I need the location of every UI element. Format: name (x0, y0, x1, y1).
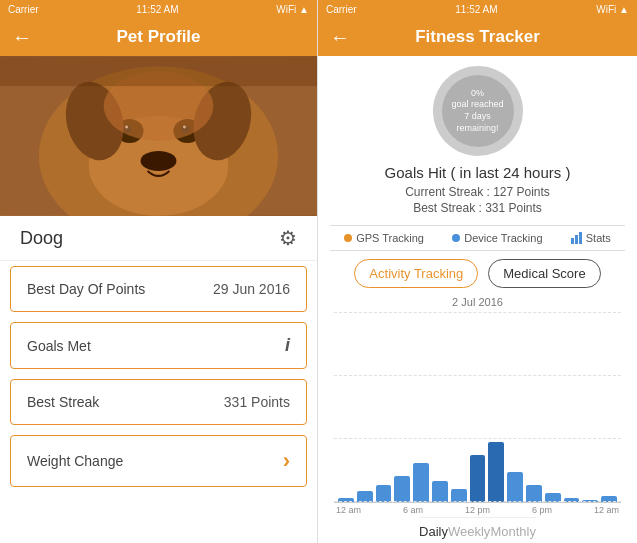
best-day-value: 29 Jun 2016 (213, 281, 290, 297)
chart-bar (470, 455, 486, 502)
chart-bar (338, 498, 354, 502)
circle-text: 0% goal reached 7 days remaining! (449, 86, 505, 137)
best-streak: Best Streak : 331 Points (385, 201, 571, 215)
pet-name: Doog (20, 228, 63, 249)
best-streak-row: Best Streak 331 Points (10, 379, 307, 425)
activity-tracking-button[interactable]: Activity Tracking (354, 259, 478, 288)
chart-bar (601, 496, 617, 502)
left-time: 11:52 AM (136, 4, 178, 15)
chart-bar (376, 485, 392, 502)
svg-point-9 (141, 151, 177, 171)
chart-bar (507, 472, 523, 502)
weight-change-chevron[interactable]: › (283, 448, 290, 474)
right-header: ← Fitness Tracker (318, 18, 637, 56)
xaxis-label-1: 6 am (403, 505, 423, 515)
left-panel: Carrier 11:52 AM WiFi ▲ ← Pet Profile (0, 0, 318, 543)
device-dot (452, 234, 460, 242)
goals-met-label: Goals Met (27, 338, 91, 354)
chart-bar (526, 485, 542, 502)
tracking-tabs: GPS Tracking Device Tracking Stats (330, 225, 625, 251)
left-page-title: Pet Profile (116, 27, 200, 47)
chart-bar (451, 489, 467, 502)
circle-percent: 0% (471, 88, 484, 98)
left-back-button[interactable]: ← (12, 26, 32, 49)
chart-bar (488, 442, 504, 502)
circle-line1: goal reached (451, 99, 503, 109)
pet-photo (0, 56, 317, 216)
left-signal: WiFi ▲ (276, 4, 309, 15)
left-status-bar: Carrier 11:52 AM WiFi ▲ (0, 0, 317, 18)
goals-section: Goals Hit ( in last 24 hours ) Current S… (385, 164, 571, 217)
xaxis-label-2: 12 pm (465, 505, 490, 515)
circle-inner: 0% goal reached 7 days remaining! (442, 75, 514, 147)
best-streak-value: 331 Points (224, 394, 290, 410)
right-panel: Carrier 11:52 AM WiFi ▲ ← Fitness Tracke… (318, 0, 637, 543)
device-tab-label: Device Tracking (464, 232, 542, 244)
weight-change-row: Weight Change › (10, 435, 307, 487)
gps-dot (344, 234, 352, 242)
gps-tracking-tab[interactable]: GPS Tracking (344, 232, 424, 244)
stats-tab[interactable]: Stats (571, 232, 611, 244)
weight-change-label: Weight Change (27, 453, 123, 469)
chart-bar (564, 498, 580, 502)
svg-rect-13 (0, 56, 317, 86)
current-streak: Current Streak : 127 Points (385, 185, 571, 199)
chart-bar (357, 491, 373, 502)
info-icon[interactable]: i (285, 335, 290, 356)
xaxis-label-3: 6 pm (532, 505, 552, 515)
monthly-tab[interactable]: Monthly (490, 524, 536, 539)
stats-tab-label: Stats (586, 232, 611, 244)
settings-icon[interactable]: ⚙ (279, 226, 297, 250)
right-back-button[interactable]: ← (330, 26, 350, 49)
best-day-label: Best Day Of Points (27, 281, 145, 297)
right-signal: WiFi ▲ (596, 4, 629, 15)
dog-face-illustration (0, 56, 317, 216)
left-carrier: Carrier (8, 4, 39, 15)
circle-line3: remaining! (456, 123, 498, 133)
medical-score-button[interactable]: Medical Score (488, 259, 600, 288)
grid-line-2 (334, 375, 621, 376)
goals-hit-title: Goals Hit ( in last 24 hours ) (385, 164, 571, 181)
best-streak-label: Best Streak (27, 394, 99, 410)
right-time: 11:52 AM (455, 4, 497, 15)
circle-background: 0% goal reached 7 days remaining! (433, 66, 523, 156)
circle-line2: 7 days (464, 111, 491, 121)
fitness-content: 0% goal reached 7 days remaining! Goals … (318, 56, 637, 543)
chart-bar (413, 463, 429, 502)
daily-tab[interactable]: Daily (419, 524, 448, 539)
device-tracking-tab[interactable]: Device Tracking (452, 232, 542, 244)
activity-buttons: Activity Tracking Medical Score (330, 259, 625, 288)
chart-date: 2 Jul 2016 (334, 296, 621, 308)
chart-bar (582, 500, 598, 502)
chart-bar (545, 493, 561, 502)
weekly-tab[interactable]: Weekly (448, 524, 490, 539)
period-tabs: Daily Weekly Monthly (419, 517, 536, 543)
best-day-row: Best Day Of Points 29 Jun 2016 (10, 266, 307, 312)
pet-name-row: Doog ⚙ (0, 216, 317, 261)
left-header: ← Pet Profile (0, 18, 317, 56)
grid-line-3 (334, 438, 621, 439)
gps-tab-label: GPS Tracking (356, 232, 424, 244)
goals-met-row: Goals Met i (10, 322, 307, 369)
progress-circle: 0% goal reached 7 days remaining! (433, 66, 523, 156)
chart-area: 2 Jul 2016 12 am 6 am 12 pm 6 pm 12 am (330, 296, 625, 517)
chart-canvas (334, 312, 621, 503)
right-page-title: Fitness Tracker (415, 27, 540, 47)
right-status-bar: Carrier 11:52 AM WiFi ▲ (318, 0, 637, 18)
chart-xaxis: 12 am 6 am 12 pm 6 pm 12 am (334, 503, 621, 517)
grid-line-1 (334, 312, 621, 313)
stats-icon (571, 232, 582, 244)
chart-bar (432, 481, 448, 502)
xaxis-label-4: 12 am (594, 505, 619, 515)
chart-bar (394, 476, 410, 502)
xaxis-label-0: 12 am (336, 505, 361, 515)
right-carrier: Carrier (326, 4, 357, 15)
